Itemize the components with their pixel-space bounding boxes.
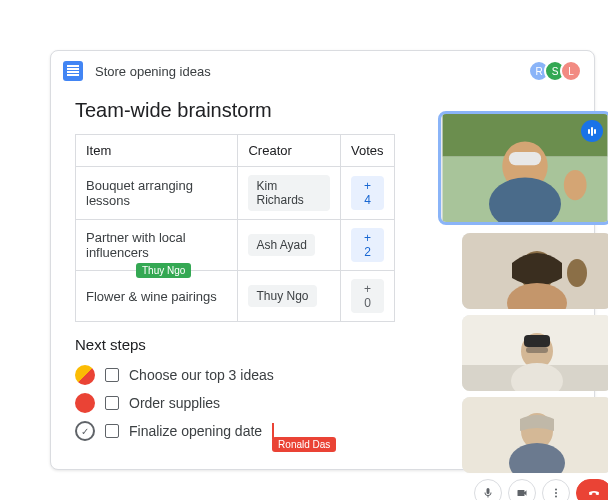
document-title[interactable]: Store opening ideas [95, 64, 528, 79]
titlebar: Store opening ideas R S L [51, 51, 594, 91]
svg-point-5 [564, 170, 587, 200]
cell-creator: Ash Ayad [238, 220, 341, 271]
docs-icon [63, 61, 83, 81]
cell-votes: + 4 [341, 167, 395, 220]
svg-rect-3 [509, 152, 541, 165]
cell-item: Bouquet arranging lessons [76, 167, 238, 220]
video-tile-main[interactable] [438, 111, 608, 225]
cell-votes: + 0 [341, 271, 395, 322]
creator-pill: Thuy Ngo [248, 285, 316, 307]
step-label: Order supplies [129, 395, 220, 411]
creator-pill: Ash Ayad [248, 234, 314, 256]
table-row: Bouquet arranging lessons Kim Richards +… [76, 167, 395, 220]
check-circle-icon: ✓ [75, 421, 95, 441]
video-tile[interactable] [462, 233, 608, 309]
cell-creator: Kim Richards [238, 167, 341, 220]
more-vertical-icon [550, 487, 562, 499]
vote-button[interactable]: + 0 [351, 279, 384, 313]
collaborator-avatars: R S L [528, 60, 582, 82]
collaborator-cursor-tag: Ronald Das [272, 437, 336, 452]
audio-active-icon [581, 120, 603, 142]
vote-button[interactable]: + 2 [351, 228, 384, 262]
mic-icon [482, 487, 494, 499]
video-icon [516, 487, 528, 499]
step-label: Choose our top 3 ideas [129, 367, 274, 383]
video-tile[interactable] [462, 315, 608, 391]
table-row: Thuy Ngo Flower & wine pairings Thuy Ngo… [76, 271, 395, 322]
col-item: Item [76, 135, 238, 167]
step-label: Finalize opening date [129, 423, 262, 439]
cell-creator: Thuy Ngo [238, 271, 341, 322]
more-button[interactable] [542, 479, 570, 500]
vote-button[interactable]: + 4 [351, 176, 384, 210]
assignee-icon [75, 365, 95, 385]
mic-button[interactable] [474, 479, 502, 500]
svg-rect-14 [526, 347, 548, 353]
checkbox[interactable] [105, 396, 119, 410]
collaborator-cursor: Ronald Das [272, 423, 274, 439]
avatar[interactable]: L [560, 60, 582, 82]
collaborator-cursor-tag: Thuy Ngo [136, 263, 191, 278]
participant-video [462, 315, 608, 391]
video-button[interactable] [508, 479, 536, 500]
col-creator: Creator [238, 135, 341, 167]
svg-point-9 [567, 259, 587, 287]
call-controls [454, 479, 608, 500]
cell-item: Thuy Ngo Flower & wine pairings [76, 271, 238, 322]
participant-video [462, 233, 608, 309]
video-call-panel [454, 111, 608, 500]
checkbox[interactable] [105, 424, 119, 438]
participant-video [462, 397, 608, 473]
document-window: Store opening ideas R S L Team-wide brai… [50, 50, 595, 470]
svg-point-19 [555, 489, 557, 491]
svg-rect-13 [524, 335, 550, 347]
phone-hangup-icon [586, 485, 602, 500]
svg-point-21 [555, 496, 557, 498]
table-header-row: Item Creator Votes [76, 135, 395, 167]
creator-pill: Kim Richards [248, 175, 330, 211]
video-tile[interactable] [462, 397, 608, 473]
checkbox[interactable] [105, 368, 119, 382]
brainstorm-table: Item Creator Votes Bouquet arranging les… [75, 134, 395, 322]
col-votes: Votes [341, 135, 395, 167]
hangup-button[interactable] [576, 479, 608, 500]
svg-point-20 [555, 492, 557, 494]
cell-votes: + 2 [341, 220, 395, 271]
assignee-icon [75, 393, 95, 413]
table-row: Partner with local influencers Ash Ayad … [76, 220, 395, 271]
